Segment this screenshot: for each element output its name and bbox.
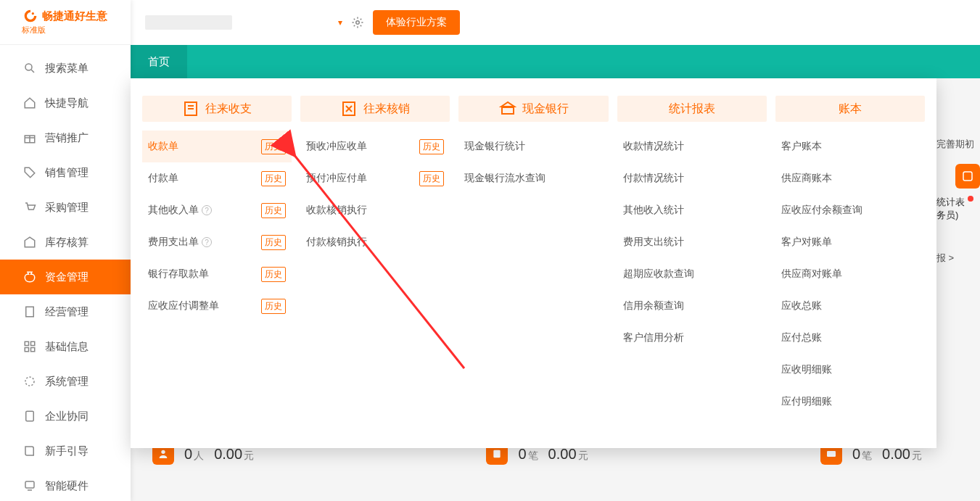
history-badge[interactable]: 历史 bbox=[419, 139, 444, 154]
mega-item-label: 应付明细账 bbox=[781, 395, 832, 408]
mega-item[interactable]: 费用支出单?历史 bbox=[142, 226, 292, 258]
mega-item[interactable]: 超期应收款查询 bbox=[617, 258, 767, 290]
mega-item[interactable]: 客户信用分析 bbox=[617, 322, 767, 354]
svg-rect-7 bbox=[25, 341, 28, 345]
svg-point-0 bbox=[32, 12, 34, 15]
history-badge[interactable]: 历史 bbox=[261, 299, 286, 314]
right-edge-hints: 完善期初 统计表务员) 报 > bbox=[936, 138, 980, 278]
sidebar-item-label: 智能硬件 bbox=[45, 479, 88, 493]
sidebar-item-label: 企业协同 bbox=[45, 410, 88, 423]
clipboard-icon bbox=[23, 305, 36, 318]
mega-item[interactable]: 信用余额查询 bbox=[617, 290, 767, 322]
mega-item[interactable]: 现金银行统计 bbox=[458, 131, 608, 162]
sidebar-item-label: 快捷导航 bbox=[45, 96, 88, 110]
topbar: ▾ 体验行业方案 bbox=[131, 0, 980, 45]
mega-item[interactable]: 收款核销执行 bbox=[300, 194, 450, 226]
mega-item[interactable]: 供应商对账单 bbox=[775, 258, 925, 290]
sidebar-item-finance[interactable]: 资金管理 bbox=[0, 260, 131, 294]
sidebar-item-label: 搜索菜单 bbox=[45, 62, 88, 75]
help-icon[interactable]: ? bbox=[202, 237, 212, 247]
sidebar-item-sales[interactable]: 销售管理 bbox=[0, 155, 131, 190]
mega-item[interactable]: 应收应付调整单历史 bbox=[142, 290, 292, 322]
sidebar-item-quicknav[interactable]: 快捷导航 bbox=[0, 86, 131, 120]
mega-item[interactable]: 应付明细账 bbox=[775, 386, 925, 418]
mega-item[interactable]: 付款情况统计 bbox=[617, 162, 767, 194]
sidebar-item-label: 系统管理 bbox=[45, 375, 88, 389]
org-selector[interactable]: ▾ bbox=[145, 15, 342, 30]
mega-item-label: 应收应付调整单 bbox=[148, 299, 219, 312]
history-badge[interactable]: 历史 bbox=[419, 171, 444, 186]
mega-item-label: 其他收入统计 bbox=[623, 204, 684, 217]
mega-item[interactable]: 收款单历史 bbox=[142, 131, 292, 162]
history-badge[interactable]: 历史 bbox=[261, 267, 286, 282]
mega-item[interactable]: 银行存取款单历史 bbox=[142, 258, 292, 290]
history-badge[interactable]: 历史 bbox=[261, 171, 286, 186]
mega-item-label: 收款情况统计 bbox=[623, 140, 684, 153]
mega-item[interactable]: 客户账本 bbox=[775, 131, 925, 162]
sidebar-item-guide[interactable]: 新手引导 bbox=[0, 434, 131, 468]
mega-item[interactable]: 预付冲应付单历史 bbox=[300, 162, 450, 194]
device-icon bbox=[23, 479, 36, 492]
sidebar-item-marketing[interactable]: 营销推广 bbox=[0, 120, 131, 155]
mega-col-cashbank: 现金银行 现金银行统计现金银行流水查询 bbox=[454, 96, 612, 431]
svg-rect-9 bbox=[25, 348, 28, 352]
mega-item-label: 现金银行流水查询 bbox=[464, 172, 545, 185]
mega-item-label: 客户对账单 bbox=[781, 236, 832, 249]
sidebar-item-inventory[interactable]: 库存核算 bbox=[0, 225, 131, 260]
edge-text[interactable]: 报 > bbox=[936, 252, 980, 265]
sidebar-item-label: 采购管理 bbox=[45, 201, 88, 215]
mega-item-label: 银行存取款单 bbox=[148, 268, 209, 281]
mega-item[interactable]: 应付总账 bbox=[775, 322, 925, 354]
history-badge[interactable]: 历史 bbox=[261, 139, 286, 154]
sidebar-item-purchase[interactable]: 采购管理 bbox=[0, 190, 131, 225]
gear-icon[interactable] bbox=[351, 16, 364, 29]
svg-point-22 bbox=[161, 450, 165, 454]
mega-item[interactable]: 应收总账 bbox=[775, 290, 925, 322]
sidebar-item-basedata[interactable]: 基础信息 bbox=[0, 329, 131, 364]
stat-unit: 笔 bbox=[528, 450, 538, 461]
mega-item[interactable]: 其他收入统计 bbox=[617, 194, 767, 226]
svg-rect-6 bbox=[26, 307, 34, 317]
history-badge[interactable]: 历史 bbox=[261, 235, 286, 250]
org-name-redacted bbox=[145, 15, 232, 30]
industry-plan-button[interactable]: 体验行业方案 bbox=[373, 10, 460, 35]
brand-logo-icon bbox=[23, 9, 38, 23]
mega-item[interactable]: 应收应付余额查询 bbox=[775, 194, 925, 226]
settings-icon bbox=[23, 375, 36, 388]
mega-item[interactable]: 收款情况统计 bbox=[617, 131, 767, 162]
sidebar-nav: 搜索菜单 快捷导航 营销推广 销售管理 采购管理 库存核算 资金管理 经营管理 … bbox=[0, 45, 131, 501]
sidebar-item-search[interactable]: 搜索菜单 bbox=[0, 51, 131, 86]
svg-rect-8 bbox=[31, 341, 35, 345]
mega-item[interactable]: 现金银行流水查询 bbox=[458, 162, 608, 194]
mega-item[interactable]: 客户对账单 bbox=[775, 226, 925, 258]
mega-item[interactable]: 付款单历史 bbox=[142, 162, 292, 194]
mega-item[interactable]: 费用支出统计 bbox=[617, 226, 767, 258]
mega-item-label: 供应商对账单 bbox=[781, 268, 842, 281]
mega-item-label: 应收总账 bbox=[781, 299, 822, 312]
mega-item-label: 客户信用分析 bbox=[623, 331, 684, 344]
mega-item[interactable]: 其他收入单?历史 bbox=[142, 194, 292, 226]
mega-item-label: 应付总账 bbox=[781, 331, 822, 344]
grid-icon bbox=[23, 340, 36, 353]
mega-item[interactable]: 应收明细账 bbox=[775, 354, 925, 386]
mega-item[interactable]: 预收冲应收单历史 bbox=[300, 131, 450, 162]
svg-rect-13 bbox=[25, 481, 34, 488]
sidebar-item-hardware[interactable]: 智能硬件 bbox=[0, 468, 131, 501]
brand-name: 畅捷通好生意 bbox=[42, 9, 107, 23]
mega-item[interactable]: 付款核销执行 bbox=[300, 226, 450, 258]
tab-home[interactable]: 首页 bbox=[131, 45, 187, 78]
svg-rect-24 bbox=[827, 451, 836, 457]
sidebar-item-system[interactable]: 系统管理 bbox=[0, 364, 131, 399]
help-icon[interactable]: ? bbox=[202, 205, 212, 215]
mega-item-label: 付款情况统计 bbox=[623, 172, 684, 185]
money-bag-icon bbox=[23, 270, 36, 283]
sidebar-item-label: 库存核算 bbox=[45, 236, 88, 249]
edge-icon-box[interactable] bbox=[955, 164, 980, 189]
sidebar-item-collab[interactable]: 企业协同 bbox=[0, 399, 131, 434]
history-badge[interactable]: 历史 bbox=[261, 203, 286, 218]
home-icon bbox=[23, 96, 36, 109]
mega-item[interactable]: 供应商账本 bbox=[775, 162, 925, 194]
mega-item-label: 收款核销执行 bbox=[306, 204, 367, 217]
sidebar-item-operations[interactable]: 经营管理 bbox=[0, 294, 131, 329]
mega-item-label: 收款单 bbox=[148, 140, 178, 153]
